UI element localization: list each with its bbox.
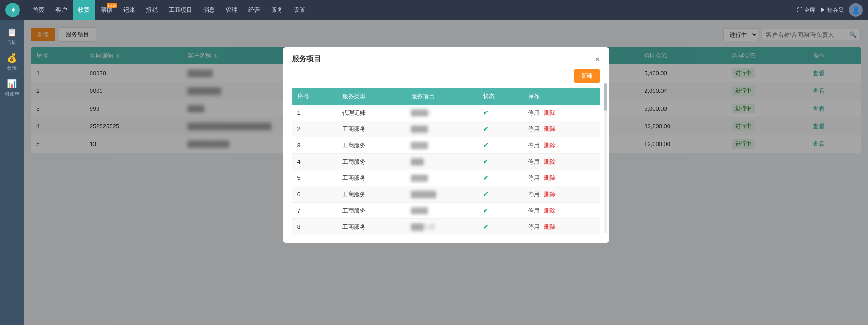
stop-button[interactable]: 停用: [528, 142, 540, 149]
stop-button[interactable]: 停用: [528, 109, 540, 116]
modal-cell-item: ████1: [406, 105, 477, 121]
modal-cell-action: 停用 删除: [523, 105, 600, 121]
nav-xiaoxi[interactable]: 消息: [198, 0, 220, 20]
list-item: 8 工商服务 ███注册 ✔ 停用 删除: [292, 219, 600, 235]
fullscreen-btn[interactable]: ⛶ 全屏: [797, 6, 815, 14]
duizhangdan-icon: 📊: [7, 79, 17, 89]
modal-cell-type: 工商服务: [337, 137, 406, 154]
modal-cell-status: ✔: [477, 170, 523, 186]
modal-cell-type: 工商服务: [337, 186, 406, 203]
list-item: 3 工商服务 ████ ✔ 停用 删除: [292, 137, 600, 154]
modal-cell-seq: 4: [292, 154, 337, 170]
member-btn[interactable]: ▶ 畅会员: [820, 6, 844, 14]
modal-cell-seq: 8: [292, 219, 337, 235]
service-table: 序号 服务类型 服务项目 状态 操作 1 代理记账 ████1 ✔ 停用 删除 …: [292, 88, 600, 235]
modal-cell-item: ████: [406, 121, 477, 137]
list-item: 4 工商服务 ███ ✔ 停用 删除: [292, 154, 600, 170]
delete-button[interactable]: 删除: [544, 191, 556, 198]
sidebar: 📋 合同 💰 收费 📊 对账单: [0, 20, 24, 325]
stop-button[interactable]: 停用: [528, 207, 540, 214]
modal-cell-action: 停用 删除: [523, 186, 600, 203]
modal-toolbar: 新建: [283, 68, 609, 88]
modal-cell-item: ████: [406, 170, 477, 186]
list-item: 1 代理记账 ████1 ✔ 停用 删除: [292, 105, 600, 121]
modal-cell-item: ███: [406, 154, 477, 170]
service-modal: 服务项目 × 新建 序号 服务类型 服务项目 状态 操作 1 代理记账: [283, 47, 609, 243]
modal-cell-item: ██████: [406, 186, 477, 203]
nav-piao[interactable]: 票据 new: [95, 0, 118, 20]
list-item: 2 工商服务 ████ ✔ 停用 删除: [292, 121, 600, 137]
nav-shoufe[interactable]: 收费: [73, 0, 95, 20]
stop-button[interactable]: 停用: [528, 175, 540, 181]
app-logo: ✦: [5, 3, 20, 17]
sidebar-item-hetong[interactable]: 📋 合同: [0, 24, 24, 49]
modal-cell-seq: 1: [292, 105, 337, 121]
modal-cell-action: 停用 删除: [523, 219, 600, 235]
delete-button[interactable]: 删除: [544, 109, 556, 116]
top-nav-right: ⛶ 全屏 ▶ 畅会员 👤: [797, 3, 863, 17]
modal-cell-type: 工商服务: [337, 219, 406, 235]
modal-col-seq: 序号: [292, 88, 337, 105]
modal-cell-action: 停用 删除: [523, 121, 600, 137]
modal-col-status: 状态: [477, 88, 523, 105]
list-item: 7 工商服务 ████ ✔ 停用 删除: [292, 203, 600, 219]
modal-cell-seq: 7: [292, 203, 337, 219]
delete-button[interactable]: 删除: [544, 142, 556, 149]
modal-cell-type: 工商服务: [337, 203, 406, 219]
modal-cell-type: 工商服务: [337, 154, 406, 170]
modal-title: 服务项目: [292, 54, 321, 64]
nav-fuwu[interactable]: 服务: [266, 0, 288, 20]
nav-jingying[interactable]: 经营: [243, 0, 266, 20]
modal-cell-type: 代理记账: [337, 105, 406, 121]
modal-cell-status: ✔: [477, 105, 523, 121]
stop-button[interactable]: 停用: [528, 158, 540, 165]
modal-col-action: 操作: [523, 88, 600, 105]
stop-button[interactable]: 停用: [528, 126, 540, 132]
nav-baoshui[interactable]: 报税: [141, 0, 163, 20]
modal-cell-status: ✔: [477, 154, 523, 170]
modal-table-header: 序号 服务类型 服务项目 状态 操作: [292, 88, 600, 105]
nav-guanli[interactable]: 管理: [220, 0, 243, 20]
nav-gongshang[interactable]: 工商项目: [163, 0, 198, 20]
delete-button[interactable]: 删除: [544, 223, 556, 230]
nav-client[interactable]: 客户: [50, 0, 73, 20]
modal-scrollbar-thumb[interactable]: [604, 83, 607, 111]
modal-cell-seq: 3: [292, 137, 337, 154]
modal-col-item: 服务项目: [406, 88, 477, 105]
modal-cell-status: ✔: [477, 219, 523, 235]
modal-cell-status: ✔: [477, 121, 523, 137]
sidebar-item-duizhangdan[interactable]: 📊 对账单: [0, 75, 24, 101]
delete-button[interactable]: 删除: [544, 207, 556, 214]
modal-cell-action: 停用 删除: [523, 154, 600, 170]
modal-cell-seq: 2: [292, 121, 337, 137]
nav-jizhang[interactable]: 记账: [118, 0, 141, 20]
delete-button[interactable]: 删除: [544, 175, 556, 181]
modal-cell-status: ✔: [477, 203, 523, 219]
modal-cell-status: ✔: [477, 186, 523, 203]
stop-button[interactable]: 停用: [528, 223, 540, 230]
list-item: 5 工商服务 ████ ✔ 停用 删除: [292, 170, 600, 186]
delete-button[interactable]: 删除: [544, 126, 556, 132]
modal-close-button[interactable]: ×: [595, 55, 600, 63]
modal-scrollbar[interactable]: [604, 83, 607, 233]
nav-shezhi[interactable]: 设置: [288, 0, 311, 20]
modal-cell-type: 工商服务: [337, 121, 406, 137]
shoufe-icon: 💰: [7, 53, 17, 63]
avatar[interactable]: 👤: [849, 3, 863, 17]
sidebar-label-hetong: 合同: [7, 39, 17, 46]
modal-col-type: 服务类型: [337, 88, 406, 105]
modal-overlay[interactable]: 服务项目 × 新建 序号 服务类型 服务项目 状态 操作 1 代理记账: [24, 20, 868, 325]
sidebar-item-shoufe[interactable]: 💰 收费: [0, 49, 24, 75]
list-item: 6 工商服务 ██████ ✔ 停用 删除: [292, 186, 600, 203]
modal-cell-action: 停用 删除: [523, 137, 600, 154]
modal-new-button[interactable]: 新建: [574, 69, 600, 83]
sidebar-label-duizhangdan: 对账单: [5, 91, 19, 97]
top-nav: ✦ 首页 客户 收费 票据 new 记账 报税 工商项目 消息 管理 经营 服务…: [0, 0, 868, 20]
stop-button[interactable]: 停用: [528, 191, 540, 198]
delete-button[interactable]: 删除: [544, 158, 556, 165]
modal-cell-action: 停用 删除: [523, 203, 600, 219]
modal-cell-status: ✔: [477, 137, 523, 154]
nav-home[interactable]: 首页: [27, 0, 50, 20]
modal-cell-action: 停用 删除: [523, 170, 600, 186]
modal-cell-type: 工商服务: [337, 170, 406, 186]
